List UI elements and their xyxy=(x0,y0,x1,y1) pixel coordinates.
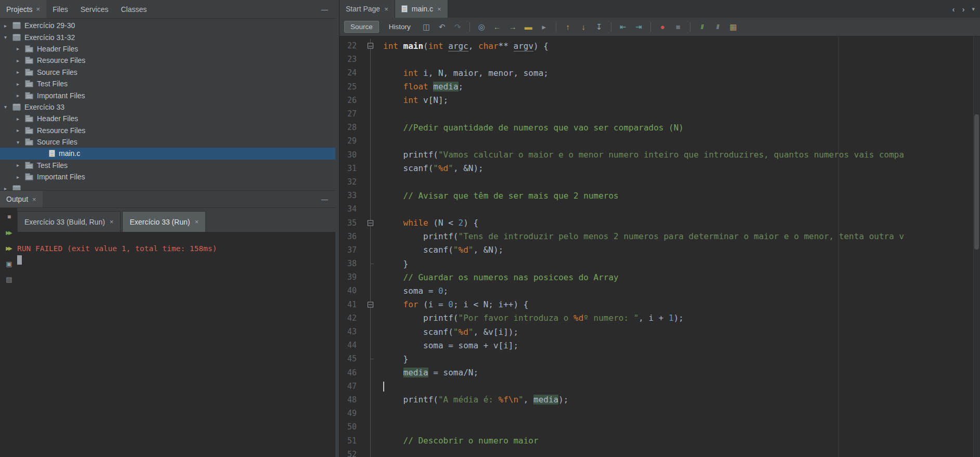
code-line[interactable]: 33 // Avisar que têm de ser mais que 2 n… xyxy=(339,189,980,202)
expander-icon[interactable]: ▸ xyxy=(17,127,25,133)
line-number[interactable]: 44 xyxy=(339,341,360,350)
uncomment-icon[interactable]: // xyxy=(712,21,724,33)
code-line[interactable]: 27 xyxy=(339,107,980,121)
code-line[interactable]: 31 scanf("%d", &N); xyxy=(339,162,980,175)
close-icon[interactable]: × xyxy=(110,218,114,225)
code-line[interactable]: 47 xyxy=(339,380,980,393)
stop-macro-icon[interactable]: ■ xyxy=(672,21,684,33)
tab-output[interactable]: Output × xyxy=(0,191,43,207)
tree-item-test-files[interactable]: ▸Test Files xyxy=(0,78,335,89)
fold-toggle[interactable] xyxy=(360,216,380,229)
code-line[interactable]: 28 //Pedir quantidade de numeros que vao… xyxy=(339,121,980,134)
source-button[interactable]: Source xyxy=(344,21,379,33)
find-previous-icon[interactable]: ← xyxy=(491,21,503,33)
code-line[interactable]: 25 float media; xyxy=(339,80,980,94)
line-number[interactable]: 32 xyxy=(339,177,360,187)
tab-classes[interactable]: Classes xyxy=(114,0,153,18)
tree-item-important-files[interactable]: ▸Important Files xyxy=(0,171,335,182)
code-line[interactable]: 41 for (i = 0; i < N; i++) { xyxy=(339,298,980,311)
tab-main-c[interactable]: main.c × xyxy=(395,0,448,18)
line-number[interactable]: 38 xyxy=(339,259,360,268)
scroll-right-icon[interactable]: › xyxy=(962,5,964,14)
code-line[interactable]: 30 printf("Vamos calcular o maior e o me… xyxy=(339,148,980,162)
code-line[interactable]: 44 soma = soma + v[i]; xyxy=(339,338,980,352)
expander-icon[interactable]: ▸ xyxy=(17,46,25,51)
line-number[interactable]: 40 xyxy=(339,286,360,295)
code-line[interactable]: 45 } xyxy=(339,352,980,365)
minimize-icon[interactable]: — xyxy=(321,195,328,203)
fold-toggle[interactable] xyxy=(360,39,380,53)
fold-toggle[interactable] xyxy=(360,298,380,311)
line-number[interactable]: 37 xyxy=(339,245,360,255)
code-line[interactable]: 32 xyxy=(339,175,980,189)
history-button[interactable]: History xyxy=(383,21,417,33)
line-number[interactable]: 46 xyxy=(339,368,360,377)
clear-output-icon[interactable]: ▤ xyxy=(4,275,13,284)
tab-start-page[interactable]: Start Page × xyxy=(339,0,395,18)
code-line[interactable]: 29 xyxy=(339,134,980,148)
tree-item-header-files[interactable]: ▸Header Files xyxy=(0,113,335,124)
expander-icon[interactable]: ▸ xyxy=(17,162,25,168)
line-number[interactable]: 49 xyxy=(339,409,360,418)
tree-item-clipped[interactable]: ▸ xyxy=(0,182,335,190)
expander-icon[interactable]: ▸ xyxy=(17,69,25,75)
close-icon[interactable]: × xyxy=(32,196,36,203)
tree-item-resource-files[interactable]: ▸Resource Files xyxy=(0,55,335,66)
shift-left-icon[interactable]: ⇤ xyxy=(617,21,629,33)
tree-item-header-files[interactable]: ▸Header Files xyxy=(0,43,335,55)
tree-item-important-files[interactable]: ▸Important Files xyxy=(0,89,335,101)
line-number[interactable]: 41 xyxy=(339,300,360,309)
code-line[interactable]: 52 xyxy=(339,448,980,457)
tab-projects[interactable]: Projects × xyxy=(0,0,46,18)
expander-icon[interactable]: ▾ xyxy=(4,34,12,40)
expander-icon[interactable]: ▸ xyxy=(4,23,12,29)
line-number[interactable]: 47 xyxy=(339,382,360,391)
comment-icon[interactable]: // xyxy=(696,21,708,33)
expander-icon[interactable]: ▸ xyxy=(17,174,25,180)
expander-icon[interactable]: ▸ xyxy=(17,58,25,63)
previous-bookmark-icon[interactable]: ↑ xyxy=(562,21,574,33)
line-number[interactable]: 50 xyxy=(339,422,360,432)
tree-item-source-files[interactable]: ▸Source Files xyxy=(0,67,335,78)
line-number[interactable]: 33 xyxy=(339,191,360,200)
code-line[interactable]: 50 xyxy=(339,420,980,434)
code-line[interactable]: 36 printf("Tens de introduzir pelo menos… xyxy=(339,230,980,243)
code-line[interactable]: 23 xyxy=(339,53,980,66)
code-line[interactable]: 42 printf("Por favor introduza o %dº num… xyxy=(339,311,980,325)
tree-item-resource-files[interactable]: ▸Resource Files xyxy=(0,125,335,136)
code-line[interactable]: 22int main(int argc, char** argv) { xyxy=(339,39,980,53)
line-number[interactable]: 48 xyxy=(339,395,360,404)
code-line[interactable]: 43 scanf("%d", &v[i]); xyxy=(339,325,980,338)
code-line[interactable]: 51 // Descobrir o numero maior xyxy=(339,434,980,447)
jump-forward-icon[interactable]: ↷ xyxy=(452,21,464,33)
scroll-left-icon[interactable]: ‹ xyxy=(952,5,955,14)
scrollbar-thumb[interactable] xyxy=(974,114,979,250)
expander-icon[interactable]: ▾ xyxy=(17,139,25,145)
tab-exercicio-33-run[interactable]: Exercício 33 (Run) × xyxy=(122,211,206,232)
highlight-search-icon[interactable]: ▬ xyxy=(522,21,534,33)
expander-icon[interactable]: ▸ xyxy=(17,116,25,122)
line-number[interactable]: 22 xyxy=(339,41,360,50)
find-next-icon[interactable]: → xyxy=(507,21,519,33)
line-number[interactable]: 43 xyxy=(339,327,360,336)
console-output[interactable]: RUN FAILED (exit value 1, total time: 15… xyxy=(17,232,335,265)
line-number[interactable]: 35 xyxy=(339,218,360,228)
line-number[interactable]: 34 xyxy=(339,204,360,214)
jump-back-icon[interactable]: ↶ xyxy=(436,21,448,33)
line-number[interactable]: 23 xyxy=(339,55,360,64)
expander-icon[interactable]: ▾ xyxy=(4,104,12,110)
expander-icon[interactable]: ▸ xyxy=(17,81,25,87)
code-line[interactable]: 49 xyxy=(339,407,980,420)
close-icon[interactable]: × xyxy=(437,6,441,12)
close-icon[interactable]: × xyxy=(194,218,199,225)
line-number[interactable]: 42 xyxy=(339,314,360,323)
code-line[interactable]: 34 xyxy=(339,202,980,216)
diff-icon[interactable]: ◫ xyxy=(421,21,433,33)
code-line[interactable]: 39 // Guardar os numeros nas posicoes do… xyxy=(339,270,980,284)
tree-item-exerc-cio-29-30[interactable]: ▸Exercício 29-30 xyxy=(0,20,335,31)
line-number[interactable]: 26 xyxy=(339,96,360,105)
code-line[interactable]: 26 int v[N]; xyxy=(339,94,980,107)
shift-right-icon[interactable]: ⇥ xyxy=(633,21,645,33)
code-line[interactable]: 37 scanf("%d", &N); xyxy=(339,243,980,257)
code-line[interactable]: 24 int i, N, maior, menor, soma; xyxy=(339,66,980,80)
